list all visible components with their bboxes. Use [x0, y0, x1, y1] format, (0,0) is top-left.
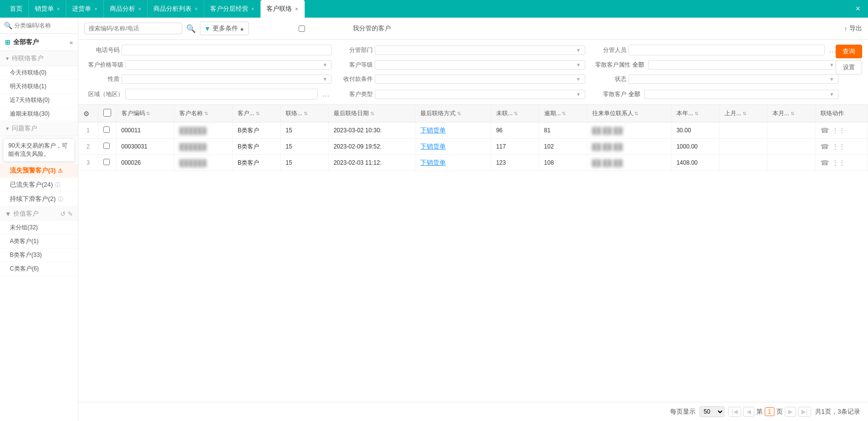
lost-info-icon: ⓘ [55, 181, 60, 189]
close-tab-sales[interactable]: × [57, 6, 60, 12]
th-last-method[interactable]: 最后联络方式 [415, 105, 491, 123]
search-input[interactable] [84, 23, 182, 34]
row-checkbox[interactable] [103, 159, 110, 165]
cell-contact-person: ██ ██ ██ [587, 123, 671, 139]
th-overdue[interactable]: 逾期... [539, 105, 587, 123]
th-unlisted[interactable]: 未联... [491, 105, 539, 123]
sidebar-item-week[interactable]: 近7天待联络(0) [0, 94, 78, 107]
sidebar-all-customers[interactable]: ⊞ 全部客户 « [0, 34, 78, 51]
close-tab-analysis-list[interactable]: × [194, 6, 197, 12]
th-contact-person[interactable]: 往来单位联系人 [587, 105, 671, 123]
per-page-select[interactable]: 50 100 [699, 406, 724, 417]
action-more-icon[interactable]: ⋮⋮ [832, 159, 845, 167]
th-year[interactable]: 本年... [671, 105, 719, 123]
tab-sales[interactable]: 销货单 × [29, 0, 66, 18]
dept-select[interactable]: ▼ [375, 46, 585, 55]
th-last-month[interactable]: 上月... [719, 105, 767, 123]
region-input[interactable] [125, 89, 318, 99]
total-info: 共1页，3条记录 [815, 407, 860, 416]
th-this-month[interactable]: 本月... [767, 105, 815, 123]
sidebar-item-today[interactable]: 今天待联络(0) [0, 66, 78, 80]
phone-input[interactable] [121, 45, 332, 55]
th-checkbox [98, 105, 116, 123]
region-more-icon[interactable]: … [320, 90, 332, 99]
th-settings[interactable]: ⚙ [78, 105, 98, 123]
th-name[interactable]: 客户名称 [174, 105, 233, 123]
close-tab-purchase[interactable]: × [94, 6, 97, 12]
tab-bar-close-icon[interactable]: × [852, 4, 864, 13]
tab-analysis[interactable]: 商品分析 × [104, 0, 147, 18]
close-tab-analysis[interactable]: × [138, 6, 141, 12]
status-arrow-icon: ▼ [829, 76, 834, 82]
edit-icon[interactable]: ✎ [68, 210, 73, 218]
close-tab-customer-layer[interactable]: × [251, 6, 254, 12]
sidebar-search-input[interactable] [14, 22, 78, 29]
th-type[interactable]: 客户... [233, 105, 281, 123]
sidebar-group-problem[interactable]: ▼ 问题客户 [0, 121, 78, 136]
cell-year: 1000.00 [671, 139, 719, 155]
price-level-select[interactable]: ▼ [125, 60, 332, 70]
query-button[interactable]: 查询 [836, 45, 862, 58]
main-layout: 🔍 ⊞ 全部客户 « ▼ 待联络客户 今天待联络(0) 明天待联络(1) 近7天… [0, 18, 868, 421]
sidebar-item-tomorrow[interactable]: 明天待联络(1) [0, 80, 78, 94]
refresh-icon[interactable]: ↺ [60, 210, 66, 218]
person-input[interactable] [628, 45, 825, 55]
sidebar-item-overdue[interactable]: 逾期未联络(30) [0, 107, 78, 121]
more-conditions-button[interactable]: ▼ 更多条件 ▲ [200, 22, 249, 35]
action-phone-icon[interactable]: ☎ [820, 159, 829, 167]
mine-customers-checkbox-label[interactable]: 我分管的客户 [253, 24, 391, 33]
action-more-icon[interactable]: ⋮⋮ [832, 126, 845, 134]
th-last-date[interactable]: 最后联络日期 [328, 105, 415, 123]
th-contact[interactable]: 联络... [280, 105, 328, 123]
settings-button[interactable]: 设置 [836, 60, 862, 74]
filter-search-button[interactable]: 🔍 [186, 24, 196, 33]
action-more-icon[interactable]: ⋮⋮ [832, 143, 845, 150]
sidebar-item-b-class[interactable]: B类客户(33) [0, 248, 78, 262]
customer-level-select[interactable]: ▼ [375, 60, 585, 70]
dept-arrow-icon: ▼ [576, 48, 581, 53]
close-tab-customer-contact[interactable]: × [295, 6, 298, 12]
last-method-link[interactable]: 下销货单 [420, 159, 446, 166]
export-button[interactable]: ↑ 导出 [844, 24, 863, 33]
sidebar-item-c-class[interactable]: C类客户(6) [0, 262, 78, 276]
cell-last-month [719, 123, 767, 139]
table-settings-icon[interactable]: ⚙ [83, 110, 90, 118]
row-checkbox[interactable] [103, 143, 110, 149]
th-code[interactable]: 客户编码 [116, 105, 174, 123]
next-page-button[interactable]: ▶ [785, 407, 796, 417]
sidebar-item-churn-warning[interactable]: 流失预警客户(3) ⚠ [0, 164, 78, 178]
payment-arrow-icon: ▼ [576, 76, 581, 82]
select-all-checkbox[interactable] [103, 109, 111, 117]
sidebar-item-unsorted[interactable]: 未分组(32) [0, 221, 78, 235]
last-method-link[interactable]: 下销货单 [420, 126, 446, 134]
value-group-icons[interactable]: ↺ ✎ [60, 210, 73, 218]
cell-overdue: 102 [539, 139, 587, 155]
customer-type-select[interactable]: ▼ [375, 90, 585, 99]
sidebar-item-a-class[interactable]: A类客户(1) [0, 235, 78, 248]
action-phone-icon[interactable]: ☎ [820, 143, 829, 150]
tab-customer-contact[interactable]: 客户联络 × [261, 0, 304, 18]
sidebar-item-lost[interactable]: 已流失客户(24) ⓘ [0, 178, 78, 192]
payment-select[interactable]: ▼ [375, 74, 585, 84]
tab-customer-layer[interactable]: 客户分层经营 × [204, 0, 261, 18]
status-select[interactable]: ▼ [628, 74, 839, 84]
cash-attr-select[interactable]: ▼ [648, 60, 839, 70]
tab-purchase[interactable]: 进货单 × [66, 0, 103, 18]
adv-field-payment: 收付款条件 ▼ [341, 74, 585, 84]
tab-home[interactable]: 首页 [4, 0, 29, 18]
sidebar-item-declining[interactable]: 持续下滑客户(2) ⓘ [0, 192, 78, 206]
adv-field-region: 区域（地区） … [88, 89, 332, 99]
last-method-link[interactable]: 下销货单 [420, 143, 446, 150]
first-page-button[interactable]: |◀ [728, 407, 741, 417]
scattered-select[interactable]: ▼ [644, 90, 839, 99]
gender-select[interactable]: ▼ [121, 74, 332, 84]
action-phone-icon[interactable]: ☎ [820, 126, 829, 134]
mine-customers-checkbox[interactable] [253, 25, 351, 32]
row-checkbox[interactable] [103, 126, 110, 133]
prev-page-button[interactable]: ◀ [743, 407, 754, 417]
sidebar-group-pending[interactable]: ▼ 待联络客户 [0, 51, 78, 66]
sidebar-group-value[interactable]: ▼ 价值客户 ↺ ✎ [0, 206, 78, 221]
tab-analysis-list[interactable]: 商品分析列表 × [147, 0, 204, 18]
sidebar-collapse-icon[interactable]: « [70, 39, 73, 46]
last-page-button[interactable]: ▶| [798, 407, 811, 417]
